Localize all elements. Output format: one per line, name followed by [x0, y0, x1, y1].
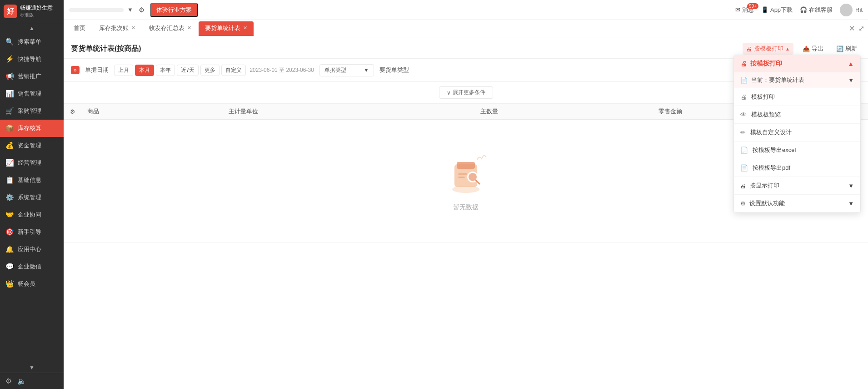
- tab-receipt-close-icon[interactable]: ✕: [187, 25, 191, 31]
- set-default-section[interactable]: ⚙ 设置默认功能 ▼: [734, 195, 860, 212]
- sidebar-item-apps-label: 应用中心: [18, 245, 41, 253]
- member-icon: 👑: [5, 280, 14, 288]
- collab-icon: 🤝: [5, 211, 14, 219]
- template-print-icon: 🖨: [740, 93, 747, 101]
- topbar-search-box[interactable]: [69, 8, 124, 12]
- tab-batch-account[interactable]: 库存批次账 ✕: [93, 21, 142, 36]
- tab-receipt-summary[interactable]: 收发存汇总表 ✕: [143, 21, 198, 36]
- topbar-gear-btn[interactable]: ⚙: [137, 4, 146, 16]
- expand-more-label: 展开更多条件: [453, 89, 485, 96]
- sidebar-scroll-up[interactable]: ▲: [0, 23, 64, 33]
- user-menu[interactable]: Rit: [840, 4, 863, 16]
- expand-more-btn[interactable]: ∨ 展开更多条件: [439, 86, 493, 99]
- tab-expand-icon[interactable]: ⤢: [858, 24, 864, 33]
- print-chevron-icon: ▲: [785, 46, 790, 51]
- date-btns: 上月 本月 本年 近7天 更多 自定义 2023-06-01 至 2023-06…: [114, 65, 314, 76]
- sidebar-item-basics[interactable]: 📋 基础信息: [0, 172, 64, 189]
- sidebar-item-collab[interactable]: 🤝 企业协同: [0, 206, 64, 223]
- message-btn[interactable]: ✉ 消息 99+: [735, 6, 754, 14]
- empty-text: 暂无数据: [453, 203, 479, 212]
- col-settings[interactable]: ⚙: [64, 104, 82, 120]
- export-btn[interactable]: 📤 导出: [799, 43, 827, 55]
- audio-icon[interactable]: 🔈: [17, 377, 26, 385]
- sidebar-item-operations[interactable]: 📈 经营管理: [0, 154, 64, 172]
- sidebar-item-marketing[interactable]: 📢 营销推广: [0, 68, 64, 85]
- marketing-icon: 📢: [5, 72, 14, 81]
- type-filter-chevron-icon: ▼: [364, 67, 369, 73]
- sidebar-item-inventory[interactable]: 📦 库存核算: [0, 120, 64, 137]
- scroll-up-btn[interactable]: ▲: [29, 25, 35, 31]
- system-icon: ⚙️: [5, 193, 14, 202]
- sidebar-item-finance[interactable]: 💰 资金管理: [0, 137, 64, 154]
- svg-rect-6: [458, 173, 467, 175]
- main-area: ▼ ⚙ 体验行业方案 ✉ 消息 99+ 📱 App下载 🎧 在线客服 Rit: [64, 0, 868, 389]
- svg-rect-7: [458, 177, 465, 178]
- print-current-template[interactable]: 📄 当前：要货单统计表 ▼: [734, 72, 860, 88]
- display-print-label: 按显示打印: [750, 182, 779, 190]
- sidebar-item-sales[interactable]: 📊 销售管理: [0, 85, 64, 102]
- sidebar-item-wechat[interactable]: 💬 企业微信: [0, 258, 64, 275]
- inventory-icon: 📦: [5, 124, 14, 132]
- sidebar-item-search[interactable]: 🔍 搜索菜单: [0, 33, 64, 51]
- sidebar-item-finance-label: 资金管理: [18, 141, 41, 150]
- date-prev-btn[interactable]: 上月: [114, 65, 133, 76]
- export-pdf-item[interactable]: 📄 按模板导出pdf: [734, 159, 860, 177]
- export-pdf-label: 按模板导出pdf: [753, 164, 790, 172]
- col-product: 商品: [82, 104, 223, 120]
- settings-icon[interactable]: ⚙: [5, 377, 12, 385]
- display-print-icon: 🖨: [740, 182, 746, 189]
- refresh-label: 刷新: [845, 45, 857, 53]
- tab-order-close-icon[interactable]: ✕: [243, 25, 247, 31]
- sidebar-item-basics-label: 基础信息: [18, 176, 41, 184]
- date-custom-btn[interactable]: 自定义: [221, 65, 246, 76]
- operations-icon: 📈: [5, 159, 14, 167]
- sidebar-item-purchase[interactable]: 🛒 采购管理: [0, 102, 64, 120]
- sidebar-item-collab-label: 企业协同: [18, 211, 41, 219]
- sidebar-item-guide[interactable]: 🎯 新手引导: [0, 223, 64, 241]
- tab-close-all-icon[interactable]: ✕: [849, 24, 855, 33]
- date-more-btn[interactable]: 更多: [200, 65, 219, 76]
- col-unit: 主计量单位: [223, 104, 475, 120]
- refresh-btn[interactable]: 🔄 刷新: [833, 43, 861, 55]
- wechat-icon: 💬: [5, 263, 14, 271]
- template-print-item[interactable]: 🖨 模板打印: [734, 88, 860, 106]
- sidebar-item-apps[interactable]: 🔔 应用中心: [0, 241, 64, 258]
- filter-toggle-btn[interactable]: »: [71, 66, 80, 74]
- col-quantity: 主数量: [475, 104, 653, 120]
- tab-order-summary[interactable]: 要货单统计表 ✕: [199, 21, 254, 36]
- display-print-arrow-icon: ▼: [848, 182, 854, 189]
- page-header: 要货单统计表(按商品) 🖨 按模板打印 ▲ 🖨 按模板打印: [64, 37, 868, 59]
- template-preview-item[interactable]: 👁 模板板预览: [734, 106, 860, 124]
- sidebar-item-member[interactable]: 👑 畅会员: [0, 275, 64, 293]
- message-icon: ✉: [735, 6, 740, 13]
- type-filter-dropdown[interactable]: 单据类型 ▼: [319, 64, 374, 76]
- export-excel-icon: 📄: [740, 147, 748, 154]
- print-dropdown-close-icon[interactable]: ▲: [848, 60, 854, 67]
- date-week7-btn[interactable]: 近7天: [177, 65, 199, 76]
- print-dropdown-header: 🖨 按模板打印 ▲: [734, 55, 860, 72]
- tab-home[interactable]: 首页: [67, 21, 92, 36]
- export-excel-item[interactable]: 📄 按模板导出excel: [734, 141, 860, 159]
- topbar-dropdown-chevron[interactable]: ▼: [127, 6, 133, 13]
- sidebar-scroll-down[interactable]: ▼: [0, 363, 64, 373]
- user-avatar: [840, 4, 853, 16]
- sidebar-item-system[interactable]: ⚙️ 系统管理: [0, 189, 64, 206]
- display-print-section[interactable]: 🖨 按显示打印 ▼: [734, 177, 860, 195]
- template-design-item[interactable]: ✏ 模板自定义设计: [734, 124, 860, 141]
- app-download-btn[interactable]: 📱 App下载: [761, 6, 793, 14]
- export-excel-label: 按模板导出excel: [753, 146, 796, 154]
- online-service-btn[interactable]: 🎧 在线客服: [800, 6, 833, 14]
- trial-btn[interactable]: 体验行业方案: [150, 3, 198, 17]
- date-current-btn[interactable]: 本月: [135, 65, 154, 76]
- template-preview-icon: 👁: [740, 111, 747, 118]
- sidebar-item-quick-nav[interactable]: ⚡ 快捷导航: [0, 51, 64, 68]
- date-year-btn[interactable]: 本年: [156, 65, 175, 76]
- print-btn[interactable]: 🖨 按模板打印 ▲: [743, 43, 793, 55]
- sidebar: 好 畅赚通好生意 标准版 ▲ 🔍 搜索菜单 ⚡ 快捷导航 📢 营销推广 📊 销售…: [0, 0, 64, 389]
- sidebar-bottom: ⚙ 🔈: [0, 373, 64, 389]
- scroll-down-btn[interactable]: ▼: [29, 364, 35, 371]
- sidebar-item-search-label: 搜索菜单: [18, 38, 41, 46]
- template-design-icon: ✏: [740, 129, 746, 136]
- tab-batch-close-icon[interactable]: ✕: [131, 25, 135, 31]
- expand-more-icon: ∨: [447, 90, 451, 96]
